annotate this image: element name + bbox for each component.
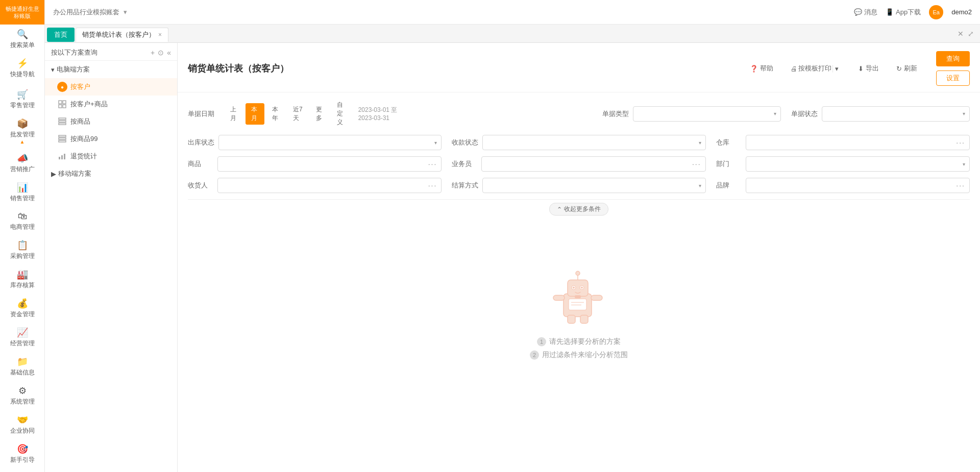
settings-scheme-button[interactable]: ⊙ bbox=[158, 49, 164, 57]
sidebar-item-basic[interactable]: 📁 基础信息 bbox=[0, 352, 44, 381]
scheme-return-stats[interactable]: 退货统计 bbox=[45, 148, 177, 165]
settle-method-filter: 结算方式 bbox=[452, 178, 705, 193]
salesman-select[interactable]: ··· bbox=[481, 156, 705, 172]
receiver-filter: 收货人 ··· bbox=[188, 178, 442, 193]
export-button[interactable]: ⬇ 导出 bbox=[853, 61, 884, 76]
out-status-filter: 出库状态 bbox=[188, 135, 442, 150]
sidebar-item-marketing[interactable]: 📣 营销推广 bbox=[0, 149, 44, 178]
sidebar-item-label: 批发管理 bbox=[10, 130, 35, 139]
query-button[interactable]: 查询 bbox=[936, 51, 970, 66]
dept-select[interactable] bbox=[746, 156, 970, 172]
scheme-return-stats-icon bbox=[57, 151, 67, 161]
out-status-label: 出库状态 bbox=[188, 138, 214, 147]
order-type-arrow bbox=[774, 111, 776, 116]
sidebar-item-retail[interactable]: 🛒 零售管理 bbox=[0, 85, 44, 114]
marketing-icon: 📣 bbox=[17, 153, 28, 164]
desktop-group-header[interactable]: ▾ 电脑端方案 bbox=[45, 61, 177, 78]
receipt-status-filter: 收款状态 bbox=[452, 135, 705, 150]
tab-current[interactable]: 销货单统计表（按客户） × bbox=[76, 28, 168, 42]
out-status-select[interactable] bbox=[218, 135, 442, 150]
tab-bar: 首页 销货单统计表（按客户） × ✕ ⤢ bbox=[45, 25, 980, 43]
left-panel: 按以下方案查询 + ⊙ « ▾ 电脑端方案 ● 按客户 bbox=[45, 43, 178, 472]
svg-rect-23 bbox=[580, 315, 588, 323]
salesman-filter: 业务员 ··· bbox=[452, 156, 705, 172]
scheme-by-goods-99[interactable]: 按商品99 bbox=[45, 130, 177, 148]
sidebar-item-app-center[interactable]: 📱 应用中心 bbox=[0, 468, 44, 472]
svg-rect-9 bbox=[59, 140, 66, 142]
download-icon: 📱 bbox=[886, 8, 894, 16]
date-btn-more[interactable]: 更多 bbox=[310, 103, 329, 125]
collapse-button[interactable]: ⌃ 收起更多条件 bbox=[549, 203, 608, 216]
mobile-group-header[interactable]: ▶ 移动端方案 bbox=[45, 165, 177, 182]
sidebar-item-sales[interactable]: 📊 销售管理 bbox=[0, 178, 44, 207]
setting-button[interactable]: 设置 bbox=[936, 70, 970, 86]
print-dropdown-arrow[interactable]: ▾ bbox=[832, 65, 841, 73]
warehouse-label: 仓库 bbox=[716, 138, 742, 147]
add-scheme-button[interactable]: + bbox=[151, 49, 155, 57]
refresh-icon: ↻ bbox=[896, 65, 902, 73]
sidebar-item-system[interactable]: ⚙ 系统管理 bbox=[0, 381, 44, 410]
date-btn-custom[interactable]: 自定义 bbox=[331, 99, 354, 129]
svg-rect-11 bbox=[61, 155, 63, 159]
goods-filter: 商品 ··· bbox=[188, 156, 442, 172]
header-right: 💬 消息 📱 App下载 Ea demo2 bbox=[854, 5, 972, 19]
filter-row-3: 商品 ··· 业务员 ··· 部门 bbox=[188, 156, 970, 172]
sidebar-item-operation[interactable]: 📈 经营管理 bbox=[0, 323, 44, 352]
right-content: 销货单统计表（按客户） ❓ 帮助 🖨 按模板打印 ▾ ⬇ bbox=[178, 43, 980, 472]
collapse-panel-button[interactable]: « bbox=[167, 49, 171, 57]
tab-close-button[interactable]: × bbox=[158, 31, 162, 38]
goods-select[interactable]: ··· bbox=[217, 156, 442, 172]
help-button[interactable]: ❓ 帮助 bbox=[745, 61, 778, 76]
receiver-select[interactable]: ··· bbox=[217, 178, 442, 193]
messages-button[interactable]: 💬 消息 bbox=[854, 8, 877, 17]
sales-icon: 📊 bbox=[17, 182, 28, 193]
refresh-button[interactable]: ↻ 刷新 bbox=[892, 61, 922, 76]
warehouse-filter: 仓库 ··· bbox=[716, 135, 970, 150]
sidebar-item-ecommerce[interactable]: 🛍 电商管理 bbox=[0, 207, 44, 235]
scheme-by-customer[interactable]: ● 按客户 bbox=[45, 78, 177, 96]
tab-home[interactable]: 首页 bbox=[47, 28, 75, 42]
order-type-filter: 单据类型 bbox=[602, 106, 781, 122]
empty-hint-2: 2 用过滤条件来缩小分析范围 bbox=[530, 350, 628, 360]
sidebar-item-inventory[interactable]: 🏭 库存核算 bbox=[0, 265, 44, 294]
print-button[interactable]: 🖨 按模板打印 ▾ bbox=[786, 61, 845, 76]
scheme-by-customer-icon: ● bbox=[57, 82, 67, 92]
sidebar-item-finance[interactable]: 💰 资金管理 bbox=[0, 294, 44, 323]
user-avatar[interactable]: Ea bbox=[929, 5, 943, 19]
app-download-button[interactable]: 📱 App下载 bbox=[886, 8, 921, 17]
left-panel-title: 按以下方案查询 bbox=[51, 48, 151, 57]
scheme-by-customer-goods[interactable]: 按客户+商品 bbox=[45, 96, 177, 113]
sidebar-item-newbie[interactable]: 🎯 新手引导 bbox=[0, 439, 44, 468]
date-filter-row: 单据日期 上月 本月 本年 近7天 更多 自定义 2023-03-01 至 20… bbox=[188, 99, 970, 129]
collapse-text: 收起更多条件 bbox=[564, 205, 601, 214]
scheme-by-customer-label: 按客户 bbox=[70, 82, 90, 91]
tab-actions: ✕ ⤢ bbox=[953, 30, 978, 38]
sidebar-item-enterprise[interactable]: 🤝 企业协同 bbox=[0, 410, 44, 439]
date-btn-this-year[interactable]: 本年 bbox=[266, 103, 285, 125]
sidebar-item-wholesale[interactable]: 📦 批发管理 ▲ bbox=[0, 114, 44, 149]
warehouse-select[interactable]: ··· bbox=[746, 135, 970, 150]
sidebar-item-purchase[interactable]: 📋 采购管理 bbox=[0, 235, 44, 265]
empty-illustration bbox=[548, 266, 609, 327]
scheme-by-goods[interactable]: 按商品 bbox=[45, 113, 177, 130]
sidebar-item-label: 资金管理 bbox=[10, 310, 35, 319]
settle-method-select[interactable] bbox=[482, 178, 705, 193]
dropdown-arrow-icon[interactable]: ▾ bbox=[124, 8, 127, 16]
receipt-status-select[interactable] bbox=[482, 135, 705, 150]
brand-select[interactable]: ··· bbox=[746, 178, 970, 193]
sidebar: 畅捷通好生意 标账版 🔍 搜索菜单 ⚡ 快捷导航 🛒 零售管理 📦 批发管理 ▲… bbox=[0, 0, 45, 472]
scheme-by-goods-99-icon bbox=[57, 134, 67, 144]
tab-home-label: 首页 bbox=[54, 30, 67, 39]
order-type-select[interactable] bbox=[633, 106, 781, 122]
maximize-window-button[interactable]: ⤢ bbox=[968, 30, 974, 38]
date-btn-this-month[interactable]: 本月 bbox=[246, 103, 264, 125]
date-btn-7days[interactable]: 近7天 bbox=[287, 103, 308, 125]
sidebar-item-search-menu[interactable]: 🔍 搜索菜单 bbox=[0, 25, 44, 54]
sidebar-item-quick-nav[interactable]: ⚡ 快捷导航 bbox=[0, 54, 44, 83]
retail-icon: 🛒 bbox=[17, 89, 28, 100]
order-status-select[interactable] bbox=[822, 106, 970, 122]
date-btn-last-month[interactable]: 上月 bbox=[225, 103, 243, 125]
restore-window-button[interactable]: ✕ bbox=[958, 30, 964, 38]
svg-rect-8 bbox=[59, 138, 66, 139]
sidebar-item-label: 搜索菜单 bbox=[10, 41, 35, 50]
